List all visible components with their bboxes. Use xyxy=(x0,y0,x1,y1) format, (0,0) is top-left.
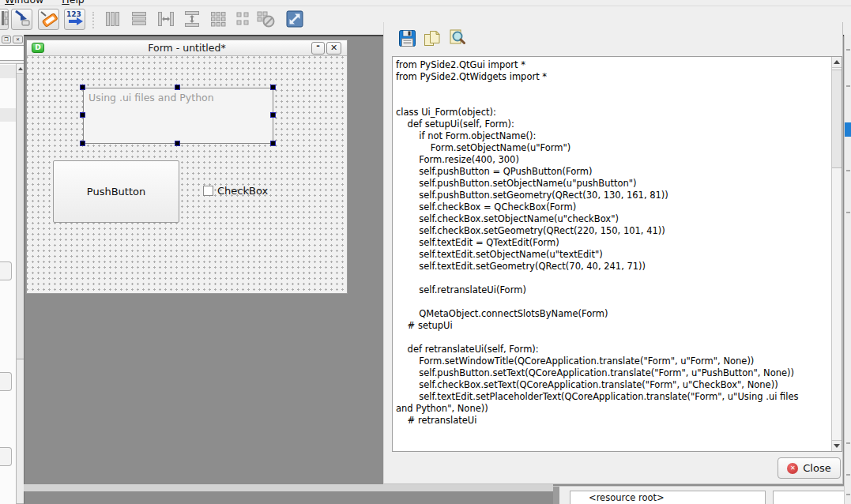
toolbar-separator xyxy=(92,12,94,28)
adjust-size-button[interactable] xyxy=(284,10,305,30)
selected-item-edge xyxy=(845,122,851,137)
code-view[interactable]: from PySide2.QtGui import * from PySide2… xyxy=(392,56,842,452)
menu-bar: Window Help xyxy=(0,0,851,6)
widget-box-panel: ❐ ✕ xyxy=(0,35,24,504)
selection-handle-left[interactable] xyxy=(80,112,85,118)
selection-handle-top[interactable] xyxy=(175,85,180,90)
edit-buddies-icon xyxy=(38,8,59,31)
minimize-button[interactable]: - xyxy=(311,42,325,55)
selection-handle-right[interactable] xyxy=(270,112,276,118)
resource-list[interactable] xyxy=(773,491,851,504)
menu-help[interactable]: Help xyxy=(62,0,85,6)
category-header[interactable] xyxy=(0,372,12,391)
resource-tree[interactable]: <resource root> xyxy=(570,491,766,504)
form-title-bar[interactable]: D Form - untitled* - ✕ xyxy=(27,40,347,56)
category-header[interactable] xyxy=(0,447,12,466)
edge-tick xyxy=(846,85,850,87)
svg-text:123: 123 xyxy=(66,10,81,18)
selection-handle-bottom[interactable] xyxy=(175,141,180,146)
textedit-widget[interactable]: Using .ui files and Python xyxy=(83,88,273,144)
edit-tab-order-button[interactable]: 123 xyxy=(64,9,85,30)
layout-vertical-splitter-button[interactable] xyxy=(181,10,202,30)
selection-handle-top-right[interactable] xyxy=(270,85,276,90)
layout-form-button[interactable] xyxy=(232,10,254,30)
edge-tick xyxy=(846,170,850,171)
form-window-title: Form - untitled* xyxy=(27,42,347,54)
edit-widgets-button[interactable] xyxy=(0,9,9,30)
scrollbar-thumb[interactable] xyxy=(832,70,842,168)
edit-signals-slots-icon xyxy=(12,8,32,31)
layout-grid-icon xyxy=(209,9,228,32)
selection-handle-top-left[interactable] xyxy=(80,85,85,90)
layout-vertically-button[interactable] xyxy=(128,10,149,30)
edit-signals-slots-button[interactable] xyxy=(11,9,32,30)
scrollbar-thumb[interactable] xyxy=(17,75,24,359)
list-item[interactable] xyxy=(0,108,16,122)
right-edge-panel xyxy=(844,35,851,504)
red-cross-icon: ✕ xyxy=(787,463,798,474)
dock-float-button[interactable]: ❐ xyxy=(2,36,11,43)
save-icon xyxy=(398,29,416,51)
menu-window[interactable]: Window xyxy=(5,0,43,6)
edge-tick xyxy=(846,49,850,51)
edit-widgets-icon xyxy=(0,8,9,32)
form-canvas[interactable]: Using .ui files and Python PushButton Ch… xyxy=(27,56,347,293)
resource-browser-panel: <resource root> xyxy=(553,486,851,504)
resource-root-label: <resource root> xyxy=(589,492,665,503)
close-button-label: Close xyxy=(803,462,830,474)
selection-handle-bottom-left[interactable] xyxy=(80,141,85,146)
layout-horizontally-icon xyxy=(104,9,122,32)
checkbox-indicator[interactable] xyxy=(203,186,213,196)
copy-icon xyxy=(423,29,442,51)
break-layout-icon xyxy=(255,9,276,32)
edge-tick xyxy=(846,474,850,476)
category-header[interactable] xyxy=(0,261,12,280)
layout-horizontally-button[interactable] xyxy=(102,10,123,30)
layout-vertical-splitter-icon xyxy=(183,9,201,32)
layout-vertically-icon xyxy=(130,9,149,32)
widget-filter-input[interactable] xyxy=(0,45,24,61)
checkbox-widget[interactable]: CheckBox xyxy=(203,185,268,197)
break-layout-button[interactable] xyxy=(254,10,276,30)
edge-tick xyxy=(846,212,850,213)
list-item[interactable] xyxy=(0,65,16,78)
close-button[interactable]: ✕ xyxy=(326,42,341,55)
code-text[interactable]: from PySide2.QtGui import * from PySide2… xyxy=(396,59,828,427)
code-scrollbar[interactable] xyxy=(831,57,842,451)
qt-designer-screen: Window Help 123 xyxy=(0,0,851,504)
dock-close-button[interactable]: ✕ xyxy=(13,36,23,43)
widget-list-scrollbar[interactable] xyxy=(16,63,24,504)
find-icon xyxy=(448,28,467,51)
widget-list[interactable] xyxy=(0,63,16,504)
scroll-down-icon[interactable] xyxy=(832,440,842,451)
layout-grid-button[interactable] xyxy=(207,10,228,30)
layout-horizontal-splitter-button[interactable] xyxy=(155,10,176,30)
pushbutton-widget[interactable]: PushButton xyxy=(53,160,179,223)
edge-tick xyxy=(846,442,850,444)
copy-button[interactable] xyxy=(422,29,442,50)
adjust-size-icon xyxy=(284,9,305,32)
layout-horizontal-splitter-icon xyxy=(156,9,175,32)
textedit-placeholder: Using .ui files and Python xyxy=(88,92,214,103)
edge-tick xyxy=(846,494,850,495)
edit-tab-order-icon: 123 xyxy=(64,8,85,31)
dialog-close-button[interactable]: ✕ Close xyxy=(778,457,841,479)
code-preview-dialog: from PySide2.QtGui import * from PySide2… xyxy=(383,22,843,484)
selection-handle-bottom-right[interactable] xyxy=(270,141,276,146)
scroll-up-icon[interactable] xyxy=(17,64,24,74)
checkbox-label: CheckBox xyxy=(217,185,268,197)
layout-form-icon xyxy=(234,9,253,32)
form-designer-window: D Form - untitled* - ✕ Using .ui files a… xyxy=(26,39,348,294)
dock-splitter[interactable] xyxy=(24,484,553,491)
scroll-up-icon[interactable] xyxy=(832,57,842,68)
edit-buddies-button[interactable] xyxy=(38,9,59,30)
find-button[interactable] xyxy=(447,29,468,50)
panel-drag-handle[interactable] xyxy=(553,487,559,504)
save-button[interactable] xyxy=(397,29,417,50)
